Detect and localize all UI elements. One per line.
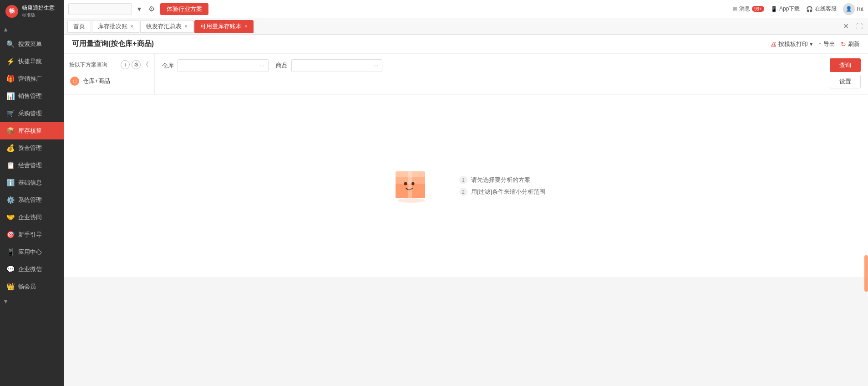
print-icon: 🖨 <box>770 41 777 48</box>
sidebar-item-operation[interactable]: 📋 经营管理 <box>0 157 64 174</box>
sidebar-scroll-up[interactable]: ▲ <box>0 23 11 36</box>
sidebar-logo: 畅 <box>5 5 18 18</box>
target-icon: 🎯 <box>6 231 15 239</box>
trial-button[interactable]: 体验行业方案 <box>160 3 208 15</box>
filter-warehouse-input[interactable]: ··· <box>178 59 269 72</box>
sidebar-item-label: 应用中心 <box>18 248 42 256</box>
export-label: 导出 <box>823 40 835 48</box>
print-dropdown-icon: ▾ <box>810 41 813 47</box>
product-more-icon[interactable]: ··· <box>374 62 378 69</box>
refresh-label: 刷新 <box>848 40 860 48</box>
search-icon: 🔍 <box>6 40 15 48</box>
message-label: 消息 <box>739 5 750 13</box>
svg-rect-6 <box>408 171 412 198</box>
tab-batch-ledger-label: 库存批次账 <box>98 22 127 31</box>
tab-batch-ledger[interactable]: 库存批次账 × <box>92 20 139 33</box>
query-button[interactable]: 查询 <box>830 58 861 72</box>
refresh-button[interactable]: ↻ 刷新 <box>841 40 860 48</box>
scheme-add-button[interactable]: + <box>121 60 130 69</box>
tab-available-qty-label: 可用量库存账本 <box>200 22 242 31</box>
lightning-icon: ⚡ <box>6 57 15 66</box>
sidebar-item-label: 企业协同 <box>18 213 42 221</box>
sidebar-item-inventory[interactable]: 📦 库存核算 <box>0 122 64 139</box>
tab-summary[interactable]: 收发存汇总表 × <box>140 20 193 33</box>
filter-product-input[interactable]: ··· <box>291 59 382 72</box>
topbar-search-area <box>68 3 132 15</box>
right-scroll-hint <box>864 255 868 292</box>
topbar-right: ✉ 消息 99+ 📱 App下载 🎧 在线客服 👤 Rit <box>733 3 863 15</box>
sidebar-item-system[interactable]: ⚙️ 系统管理 <box>0 191 64 209</box>
info-icon: ℹ️ <box>6 179 15 187</box>
main-area: ▾ ⚙ 体验行业方案 ✉ 消息 99+ 📱 App下载 🎧 在线客服 👤 R <box>64 0 868 386</box>
sidebar-title-area: 畅康通好生意 标准版 <box>22 5 55 18</box>
export-button[interactable]: ↑ 导出 <box>818 40 835 48</box>
chart-icon: 📊 <box>6 92 15 100</box>
sidebar-item-app-center[interactable]: 📱 应用中心 <box>0 243 64 261</box>
svg-point-4 <box>404 182 407 185</box>
sidebar-item-sales[interactable]: 📊 销售管理 <box>0 87 64 105</box>
tab-available-qty[interactable]: 可用量库存账本 × <box>194 20 254 33</box>
tab-home[interactable]: 首页 <box>67 20 91 33</box>
sidebar-item-label: 基础信息 <box>18 179 42 187</box>
sidebar-item-wechat[interactable]: 💬 企业微信 <box>0 261 64 278</box>
scheme-item-warehouse-product[interactable]: ⬡ 仓库+商品 <box>64 73 154 89</box>
sidebar-item-search[interactable]: 🔍 搜索菜单 <box>0 36 64 53</box>
sidebar-item-label: 新手引导 <box>18 231 42 239</box>
tip-2-number: 2 <box>459 188 467 196</box>
app-icon: 📱 <box>771 6 777 12</box>
tab-available-qty-close[interactable]: × <box>244 23 248 30</box>
sidebar-item-label: 快捷导航 <box>18 57 42 66</box>
sidebar-scroll-down[interactable]: ▼ <box>0 295 11 308</box>
empty-tip-1: 1 请先选择要分析的方案 <box>459 176 530 184</box>
headset-icon: 🎧 <box>806 6 813 12</box>
sidebar-item-finance[interactable]: 💰 资金管理 <box>0 139 64 157</box>
clipboard-icon: 📋 <box>6 161 15 170</box>
filter-warehouse-label: 仓库 <box>162 62 174 70</box>
customer-service-label: 在线客服 <box>815 5 837 13</box>
empty-illustration-svg <box>386 159 441 204</box>
sidebar-nav: ▲ 🔍 搜索菜单 ⚡ 快捷导航 🎁 营销推广 📊 销售管理 🛒 采购管理 📦 库… <box>0 23 64 386</box>
crown-icon: 👑 <box>6 283 15 291</box>
sidebar-item-label: 经营管理 <box>18 161 42 170</box>
scheme-settings-button[interactable]: ⚙ <box>132 60 141 69</box>
sidebar-item-marketing[interactable]: 🎁 营销推广 <box>0 70 64 87</box>
print-button[interactable]: 🖨 按模板打印 ▾ <box>770 40 813 48</box>
money-icon: 💰 <box>6 144 15 152</box>
empty-tip-2: 2 用[过滤]条件来缩小分析范围 <box>459 188 545 196</box>
sidebar: 畅 畅康通好生意 标准版 ▲ 🔍 搜索菜单 ⚡ 快捷导航 🎁 营销推广 📊 销售… <box>0 0 64 386</box>
topbar-dropdown-btn[interactable]: ▾ <box>136 5 143 13</box>
sidebar-item-enterprise[interactable]: 🤝 企业协同 <box>0 209 64 226</box>
scheme-panel-actions: + ⚙ 《 <box>121 60 149 69</box>
scheme-collapse-button[interactable]: 《 <box>142 61 149 69</box>
sidebar-item-purchase[interactable]: 🛒 采购管理 <box>0 105 64 122</box>
close-tab-button[interactable]: ✕ <box>841 22 851 31</box>
sidebar-item-member[interactable]: 👑 畅会员 <box>0 278 64 295</box>
filter-product-label: 商品 <box>276 62 288 70</box>
message-badge: 99+ <box>752 6 764 12</box>
customer-service-item[interactable]: 🎧 在线客服 <box>806 5 837 13</box>
tip-1-text: 请先选择要分析的方案 <box>471 176 530 184</box>
scheme-panel: 按以下方案查询 + ⚙ 《 ⬡ 仓库+商品 <box>64 54 155 94</box>
svg-point-0 <box>398 198 425 203</box>
topbar-settings-btn[interactable]: ⚙ <box>147 5 157 13</box>
sidebar-item-guide[interactable]: 🎯 新手引导 <box>0 226 64 243</box>
tabs-right-actions: ✕ ⛶ <box>841 22 864 31</box>
filter-panel: 仓库 ··· 商品 ··· <box>155 54 822 94</box>
user-area[interactable]: 👤 Rit <box>843 3 863 15</box>
message-item[interactable]: ✉ 消息 99+ <box>733 5 764 13</box>
scheme-icon: ⬡ <box>70 77 79 86</box>
warehouse-more-icon[interactable]: ··· <box>260 62 264 69</box>
app-download-item[interactable]: 📱 App下载 <box>771 5 800 13</box>
resize-tab-button[interactable]: ⛶ <box>854 23 864 30</box>
sidebar-item-basic-info[interactable]: ℹ️ 基础信息 <box>0 174 64 191</box>
topbar-search-input[interactable] <box>68 3 132 15</box>
username-label: Rit <box>857 6 863 12</box>
sidebar-item-label: 营销推广 <box>18 75 42 83</box>
tab-batch-ledger-close[interactable]: × <box>130 23 133 30</box>
sidebar-item-shortcut[interactable]: ⚡ 快捷导航 <box>0 53 64 70</box>
tab-summary-close[interactable]: × <box>184 23 188 30</box>
gear-icon: ⚙️ <box>6 196 15 204</box>
filter-actions: 查询 设置 <box>822 54 868 94</box>
sidebar-edition: 标准版 <box>22 12 55 18</box>
settings-button[interactable]: 设置 <box>830 75 861 88</box>
